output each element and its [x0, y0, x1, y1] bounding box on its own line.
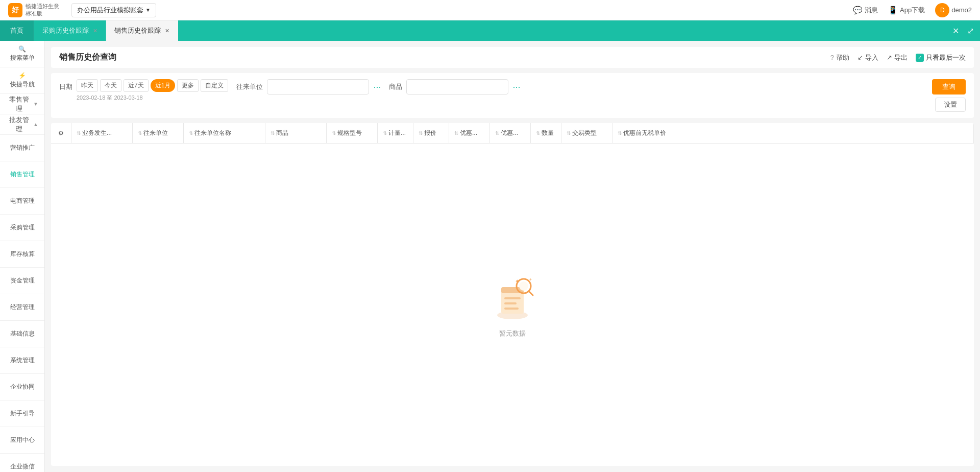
checkbox-icon: ✓: [916, 54, 924, 62]
partner-input[interactable]: [267, 79, 369, 95]
sidebar-item-ecommerce[interactable]: 电商管理: [0, 188, 44, 215]
maximize-button[interactable]: ⤢: [965, 24, 976, 38]
date-label: 日期: [59, 79, 72, 91]
th-type[interactable]: ⇅ 交易类型: [561, 123, 612, 143]
filter-bar: 日期 昨天 今天 近7天 近1月 更多 自定义 2023-02-18 至 202…: [51, 73, 974, 118]
close-tab-button[interactable]: ✕: [950, 24, 961, 38]
sidebar-item-sales[interactable]: 销售管理: [0, 161, 44, 188]
partner-label: 往来单位: [236, 79, 263, 91]
sort-icon-type: ⇅: [567, 130, 571, 136]
th-partner-name[interactable]: ⇅ 往来单位名称: [184, 123, 265, 143]
user-menu[interactable]: D demo2: [935, 3, 972, 17]
sidebar-item-management[interactable]: 经营管理: [0, 294, 44, 321]
message-icon: 💬: [853, 6, 863, 15]
search-icon: 🔍: [18, 45, 26, 53]
sidebar-item-wechat[interactable]: 企业微信: [0, 454, 44, 472]
th-discount2[interactable]: ⇅ 优惠...: [490, 123, 531, 143]
th-price[interactable]: ⇅ 报价: [413, 123, 449, 143]
sidebar-item-newbie[interactable]: 新手引导: [0, 400, 44, 427]
date-buttons: 昨天 今天 近7天 近1月 更多 自定义: [77, 79, 228, 92]
sidebar-item-search[interactable]: 🔍 搜索菜单: [0, 41, 44, 67]
sidebar-item-inventory[interactable]: 库存核算: [0, 241, 44, 268]
sidebar-item-enterprise[interactable]: 企业协同: [0, 374, 44, 400]
th-qty[interactable]: ⇅ 数量: [531, 123, 561, 143]
date-btn-yesterday[interactable]: 昨天: [77, 79, 98, 92]
product-select-button[interactable]: ···: [512, 82, 520, 91]
import-icon: ↙: [857, 54, 863, 61]
product-label: 商品: [389, 79, 402, 91]
sidebar-item-purchase[interactable]: 采购管理: [0, 215, 44, 241]
th-unit[interactable]: ⇅ 计量...: [378, 123, 413, 143]
svg-text:✦: ✦: [515, 278, 519, 284]
export-button[interactable]: ↗ 导出: [887, 53, 908, 62]
sort-icon-spec: ⇅: [332, 130, 336, 136]
th-notax[interactable]: ⇅ 优惠前无税单价: [612, 123, 974, 143]
sidebar-item-finance[interactable]: 资金管理: [0, 268, 44, 294]
download-icon: 📱: [888, 6, 898, 15]
th-partner[interactable]: ⇅ 往来单位: [133, 123, 184, 143]
avatar: D: [935, 3, 949, 17]
message-button[interactable]: 💬 消息: [853, 6, 878, 15]
logo-text: 畅捷通好生意 标准版: [26, 3, 59, 16]
page-title-actions: ? 帮助 ↙ 导入 ↗ 导出 ✓ 只看最后一次: [830, 53, 966, 62]
svg-rect-3: [504, 297, 521, 299]
date-btn-1month[interactable]: 近1月: [151, 79, 176, 92]
date-btn-7days[interactable]: 近7天: [124, 79, 149, 92]
sidebar: 🔍 搜索菜单 ⚡ 快捷导航 零售管理 ▼ 批发管理 ▲ 营销推广 销售管理 电商…: [0, 41, 45, 472]
help-button[interactable]: ? 帮助: [830, 53, 849, 62]
chevron-icon: ▼: [33, 101, 38, 107]
import-button[interactable]: ↙ 导入: [857, 53, 878, 62]
logo-area: 好 畅捷通好生意 标准版: [8, 3, 59, 17]
product-input-area: ···: [406, 79, 520, 95]
sidebar-item-retail[interactable]: 零售管理 ▼: [0, 94, 44, 114]
product-input[interactable]: [406, 79, 508, 95]
sort-icon-qty: ⇅: [536, 130, 540, 136]
th-discount1[interactable]: ⇅ 优惠...: [449, 123, 490, 143]
date-btn-custom[interactable]: 自定义: [201, 79, 228, 92]
page-content: 销售历史价查询 ? 帮助 ↙ 导入 ↗ 导出 ✓: [45, 41, 980, 472]
sidebar-item-appcenter[interactable]: 应用中心: [0, 427, 44, 454]
sort-icon-product: ⇅: [271, 130, 275, 136]
product-filter-group: 商品 ···: [389, 79, 520, 95]
tab-purchase-history[interactable]: 采购历史价跟踪 ✕: [34, 20, 106, 41]
sidebar-item-wholesale[interactable]: 批发管理 ▲: [0, 114, 44, 135]
sort-icon-discount2: ⇅: [495, 130, 499, 136]
sort-icon-notax: ⇅: [618, 130, 622, 136]
sidebar-item-marketing[interactable]: 营销推广: [0, 135, 44, 161]
app-selector[interactable]: 办公用品行业模拟账套 ▼: [71, 3, 156, 17]
th-date[interactable]: ⇅ 业务发生...: [71, 123, 133, 143]
sidebar-item-quicknav[interactable]: ⚡ 快捷导航: [0, 67, 44, 94]
sidebar-item-system[interactable]: 系统管理: [0, 347, 44, 374]
sidebar-item-basic[interactable]: 基础信息: [0, 321, 44, 347]
only-last-checkbox[interactable]: ✓ 只看最后一次: [916, 53, 966, 62]
svg-text:✦: ✦: [529, 277, 532, 282]
th-spec[interactable]: ⇅ 规格型号: [327, 123, 378, 143]
chevron-icon: ▲: [33, 122, 38, 127]
page-title: 销售历史价查询: [59, 52, 116, 63]
partner-select-button[interactable]: ···: [373, 82, 381, 91]
svg-rect-5: [504, 308, 519, 310]
help-icon: ?: [830, 54, 834, 61]
tab-close-purchase[interactable]: ✕: [93, 28, 97, 34]
date-btn-more[interactable]: 更多: [177, 79, 199, 92]
table-container: ⚙ ⇅ 业务发生... ⇅ 往来单位 ⇅ 往来单位名称: [51, 123, 974, 466]
tab-close-sales[interactable]: ✕: [165, 28, 169, 34]
table-header: ⚙ ⇅ 业务发生... ⇅ 往来单位 ⇅ 往来单位名称: [51, 123, 974, 144]
sort-icon-unit: ⇅: [383, 130, 387, 136]
date-filter-group: 日期 昨天 今天 近7天 近1月 更多 自定义 2023-02-18 至 202…: [59, 79, 228, 102]
logo-icon: 好: [8, 3, 22, 17]
empty-text: 暂元数据: [499, 329, 526, 338]
tab-home[interactable]: 首页: [0, 20, 34, 41]
tab-sales-history[interactable]: 销售历史价跟踪 ✕: [106, 20, 178, 41]
app-download-button[interactable]: 📱 App下载: [888, 6, 925, 15]
partner-filter-group: 往来单位 ···: [236, 79, 381, 95]
settings-button[interactable]: 设置: [935, 98, 966, 112]
sort-icon-partner: ⇅: [138, 130, 142, 136]
date-btn-today[interactable]: 今天: [100, 79, 121, 92]
th-settings[interactable]: ⚙: [51, 123, 71, 143]
svg-line-8: [529, 291, 533, 295]
sort-icon-price: ⇅: [419, 130, 423, 136]
th-product[interactable]: ⇅ 商品: [265, 123, 327, 143]
nav-icon: ⚡: [18, 72, 26, 79]
query-button[interactable]: 查询: [932, 79, 966, 95]
